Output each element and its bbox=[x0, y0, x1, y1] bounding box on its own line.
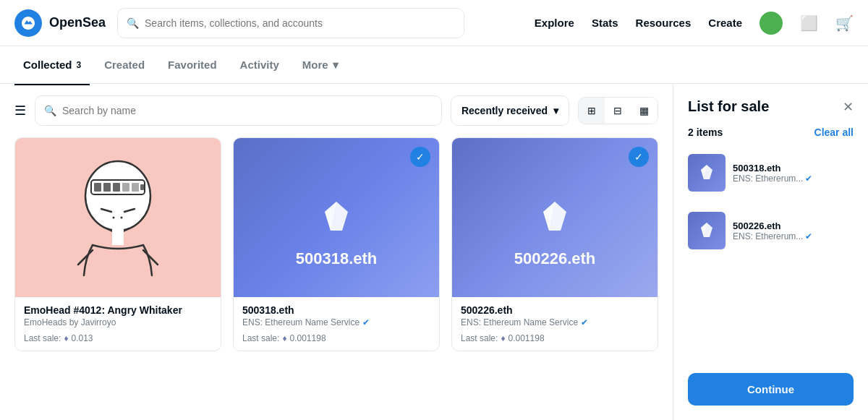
logo-icon bbox=[14, 9, 42, 37]
svg-rect-3 bbox=[103, 183, 111, 192]
sale-item-name-1: 500318.eth bbox=[733, 163, 854, 173]
eth-icon-ens2: ♦ bbox=[501, 333, 505, 343]
nft-collection-emohead: EmoHeads by Javirroyo bbox=[24, 317, 212, 327]
verified-badge-ens1: ✔ bbox=[362, 317, 370, 327]
selected-checkmark-ens1: ✓ bbox=[410, 147, 430, 167]
panel-title: List for sale bbox=[688, 98, 769, 115]
tab-collected-badge: 3 bbox=[77, 60, 82, 70]
tab-created-label: Created bbox=[104, 59, 145, 71]
view-small-button[interactable]: ▦ bbox=[631, 98, 658, 124]
nav-stats[interactable]: Stats bbox=[592, 17, 618, 29]
sale-thumb-2 bbox=[688, 212, 726, 249]
nft-collection-ens1: ENS: Ethereum Name Service ✔ bbox=[242, 317, 430, 327]
name-search-icon: 🔍 bbox=[44, 105, 56, 116]
nft-title-ens1: 500318.eth bbox=[242, 304, 430, 316]
logo-text: OpenSea bbox=[49, 15, 106, 30]
close-panel-button[interactable]: ✕ bbox=[843, 99, 854, 115]
ens2-name-display: 500226.eth bbox=[514, 249, 596, 268]
sort-label: Recently received bbox=[461, 105, 548, 116]
nav-resources[interactable]: Resources bbox=[636, 17, 692, 29]
nft-image-emohead bbox=[15, 138, 221, 297]
eth-icon-ens1: ♦ bbox=[282, 333, 286, 343]
sale-thumb-1 bbox=[688, 154, 726, 192]
toolbar: ☰ 🔍 Recently received ▾ ⊞ ⊟ ▦ bbox=[14, 95, 658, 126]
header: OpenSea 🔍 Explore Stats Resources Create… bbox=[0, 0, 868, 46]
list-for-sale-panel: List for sale ✕ 2 items Clear all 500318… bbox=[673, 84, 868, 420]
nft-last-sale-ens2: Last sale: ♦ 0.001198 bbox=[461, 333, 649, 343]
chevron-down-icon: ▾ bbox=[333, 59, 339, 72]
ens1-name-display: 500318.eth bbox=[296, 249, 378, 268]
nft-image-ens2: ✓ 500226.eth bbox=[452, 138, 658, 297]
tab-collected-label: Collected bbox=[23, 59, 72, 71]
svg-point-11 bbox=[121, 217, 123, 219]
search-icon: 🔍 bbox=[127, 17, 139, 29]
wallet-icon[interactable]: ⬜ bbox=[800, 14, 818, 32]
tab-activity[interactable]: Activity bbox=[231, 53, 288, 77]
tab-activity-label: Activity bbox=[240, 59, 279, 71]
tab-created[interactable]: Created bbox=[95, 53, 153, 77]
nft-card-emohead[interactable]: EmoHead #4012: Angry Whitaker EmoHeads b… bbox=[14, 137, 221, 351]
nft-info-ens1: 500318.eth ENS: Ethereum Name Service ✔ … bbox=[234, 297, 439, 351]
nav-explore[interactable]: Explore bbox=[535, 17, 574, 29]
svg-rect-5 bbox=[122, 183, 129, 192]
nft-last-sale-ens1: Last sale: ♦ 0.001198 bbox=[242, 333, 430, 343]
main-search-bar[interactable]: 🔍 bbox=[117, 8, 464, 38]
sale-item-collection-1: ENS: Ethererum... ✔ bbox=[733, 173, 854, 184]
eth-icon: ♦ bbox=[64, 333, 68, 343]
sale-item-collection-2: ENS: Ethererum... ✔ bbox=[733, 231, 854, 241]
panel-header: List for sale ✕ bbox=[688, 98, 854, 115]
svg-rect-6 bbox=[132, 183, 139, 192]
svg-point-0 bbox=[85, 161, 150, 231]
sale-item-2: 500226.eth ENS: Ethererum... ✔ bbox=[688, 207, 854, 254]
clear-all-button[interactable]: Clear all bbox=[814, 127, 854, 138]
sale-item-1: 500318.eth ENS: Ethererum... ✔ bbox=[688, 150, 854, 196]
items-count: 2 items bbox=[688, 127, 723, 138]
sale-item-info-1: 500318.eth ENS: Ethererum... ✔ bbox=[733, 163, 854, 184]
nav-create[interactable]: Create bbox=[708, 17, 742, 29]
filter-button[interactable]: ☰ bbox=[14, 103, 26, 119]
svg-point-10 bbox=[113, 217, 115, 219]
tab-collected[interactable]: Collected 3 bbox=[14, 53, 90, 77]
sort-chevron-icon: ▾ bbox=[553, 105, 558, 116]
tab-more[interactable]: More ▾ bbox=[294, 53, 347, 77]
nft-title-emohead: EmoHead #4012: Angry Whitaker bbox=[24, 304, 212, 316]
view-toggle: ⊞ ⊟ ▦ bbox=[578, 97, 658, 124]
avatar[interactable] bbox=[760, 12, 783, 35]
tab-favorited[interactable]: Favorited bbox=[159, 53, 226, 77]
nft-card-ens1[interactable]: ✓ 500318.eth 500318.eth ENS: Ethereum Na… bbox=[233, 137, 440, 351]
svg-rect-4 bbox=[113, 183, 120, 192]
nft-image-ens1: ✓ 500318.eth bbox=[234, 138, 439, 297]
sale-item-info-2: 500226.eth ENS: Ethererum... ✔ bbox=[733, 220, 854, 241]
continue-button[interactable]: Continue bbox=[688, 373, 854, 406]
sale-item-name-2: 500226.eth bbox=[733, 220, 854, 231]
view-medium-button[interactable]: ⊟ bbox=[605, 98, 631, 124]
name-search-bar[interactable]: 🔍 bbox=[35, 95, 442, 126]
items-header: 2 items Clear all bbox=[688, 127, 854, 138]
nft-title-ens2: 500226.eth bbox=[461, 304, 649, 316]
content-area: ☰ 🔍 Recently received ▾ ⊞ ⊟ ▦ bbox=[0, 84, 673, 420]
verified-badge-sale1: ✔ bbox=[805, 173, 812, 184]
svg-rect-12 bbox=[112, 229, 124, 245]
selected-checkmark-ens2: ✓ bbox=[629, 147, 649, 167]
nft-collection-ens2: ENS: Ethereum Name Service ✔ bbox=[461, 317, 649, 327]
main-area: ☰ 🔍 Recently received ▾ ⊞ ⊟ ▦ bbox=[0, 84, 868, 420]
svg-rect-2 bbox=[94, 183, 101, 192]
tab-favorited-label: Favorited bbox=[168, 59, 217, 71]
name-search-input[interactable] bbox=[62, 105, 433, 116]
cart-icon[interactable]: 🛒 bbox=[835, 14, 854, 32]
logo[interactable]: OpenSea bbox=[14, 9, 106, 37]
view-large-button[interactable]: ⊞ bbox=[579, 98, 605, 124]
main-search-input[interactable] bbox=[145, 17, 455, 29]
nft-card-ens2[interactable]: ✓ 500226.eth 500226.eth ENS: Ethereum Na… bbox=[451, 137, 658, 351]
nft-info-emohead: EmoHead #4012: Angry Whitaker EmoHeads b… bbox=[15, 297, 221, 351]
nft-last-sale-emohead: Last sale: ♦ 0.013 bbox=[24, 333, 212, 343]
sort-dropdown[interactable]: Recently received ▾ bbox=[451, 95, 569, 126]
svg-rect-7 bbox=[140, 184, 144, 190]
verified-badge-ens2: ✔ bbox=[581, 317, 588, 327]
tabs-bar: Collected 3 Created Favorited Activity M… bbox=[0, 46, 868, 84]
tab-more-label: More bbox=[302, 59, 328, 71]
verified-badge-sale2: ✔ bbox=[805, 231, 812, 241]
nft-info-ens2: 500226.eth ENS: Ethereum Name Service ✔ … bbox=[452, 297, 658, 351]
nft-grid: EmoHead #4012: Angry Whitaker EmoHeads b… bbox=[14, 137, 658, 351]
nav-links: Explore Stats Resources Create ⬜ 🛒 bbox=[535, 12, 854, 35]
